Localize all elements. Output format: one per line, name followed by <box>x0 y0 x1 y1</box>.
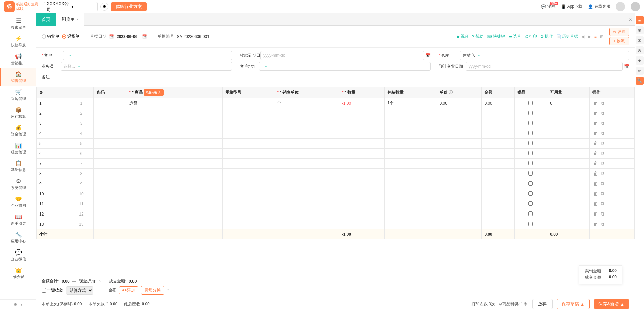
row-spec-7[interactable] <box>222 169 274 179</box>
row-barcode-4[interactable] <box>93 139 126 149</box>
row-delete-8[interactable]: 🗑 <box>592 181 599 187</box>
row-barcode-10[interactable] <box>93 199 126 209</box>
row-price-4[interactable] <box>437 139 482 149</box>
row-copy-6[interactable]: ⧉ <box>600 160 605 167</box>
sidebar-item-wechat[interactable]: 💬 企业微信 <box>0 246 36 264</box>
operation-btn[interactable]: ⚙ 操作 <box>540 34 553 39</box>
row-gift-2[interactable] <box>514 118 547 128</box>
row-packqty-3[interactable] <box>385 128 437 139</box>
row-product-2[interactable] <box>126 118 222 128</box>
row-price-11[interactable] <box>437 209 482 219</box>
row-spec-5[interactable] <box>222 149 274 159</box>
calendar-icon-expected[interactable]: 📅 <box>624 64 629 69</box>
row-qty-7[interactable] <box>339 169 384 179</box>
row-spec-3[interactable] <box>222 128 274 139</box>
row-amount-4[interactable] <box>482 139 514 149</box>
expense-split-btn[interactable]: 费用分摊 <box>141 286 164 295</box>
sidebar-item-operations[interactable]: 📊 经营管理 <box>0 140 36 157</box>
row-unit-9[interactable] <box>274 189 339 199</box>
sidebar-settings-icon[interactable]: ⚙ <box>14 302 17 307</box>
row-unit-2[interactable] <box>274 118 339 128</box>
row-product-1[interactable] <box>126 108 222 118</box>
row-packqty-7[interactable] <box>385 169 437 179</box>
row-product-0[interactable]: 拆货 <box>126 98 222 108</box>
row-copy-10[interactable]: ⧉ <box>600 201 605 207</box>
row-copy-12[interactable]: ⧉ <box>600 221 605 227</box>
row-barcode-5[interactable] <box>93 149 126 159</box>
grid-view-icon[interactable]: ⊞ <box>600 34 603 39</box>
row-amount-3[interactable] <box>482 128 514 139</box>
row-gift-0[interactable] <box>514 98 547 108</box>
row-qty-6[interactable] <box>339 159 384 169</box>
row-packqty-8[interactable] <box>385 179 437 189</box>
row-qty-3[interactable] <box>339 128 384 139</box>
row-delete-10[interactable]: 🗑 <box>592 201 599 207</box>
row-copy-0[interactable]: ⧉ <box>600 100 605 106</box>
row-unit-1[interactable] <box>274 108 339 118</box>
tab-sales[interactable]: 销货单 × <box>56 13 84 26</box>
row-gift-4[interactable] <box>514 139 547 149</box>
row-gift-12[interactable] <box>514 219 547 229</box>
row-unit-8[interactable] <box>274 179 339 189</box>
right-panel-btn-6[interactable]: ✏ <box>636 67 644 75</box>
row-amount-8[interactable] <box>482 179 514 189</box>
avatar[interactable] <box>616 2 625 11</box>
row-product-8[interactable] <box>126 179 222 189</box>
row-delete-2[interactable]: 🗑 <box>592 120 599 126</box>
warehouse-input[interactable]: 建材仓 ··· <box>460 51 629 60</box>
row-amount-12[interactable] <box>482 219 514 229</box>
row-amount-9[interactable] <box>482 189 514 199</box>
row-unit-0[interactable]: 个 <box>274 98 339 108</box>
help-btn[interactable]: ? 帮助 <box>472 34 483 39</box>
row-barcode-7[interactable] <box>93 169 126 179</box>
row-amount-7[interactable] <box>482 169 514 179</box>
row-packqty-2[interactable] <box>385 118 437 128</box>
row-copy-11[interactable]: ⧉ <box>600 211 605 217</box>
row-gift-6[interactable] <box>514 159 547 169</box>
row-delete-3[interactable]: 🗑 <box>592 130 599 136</box>
row-packqty-11[interactable] <box>385 209 437 219</box>
history-btn[interactable]: 📄 历史单据 <box>556 34 578 39</box>
calc-method-select[interactable]: 结算方式 <box>66 286 93 295</box>
row-amount-2[interactable] <box>482 118 514 128</box>
row-spec-0[interactable] <box>222 98 274 108</box>
one-click-payment-check[interactable]: 一键收款 <box>42 287 63 293</box>
save-new-btn[interactable]: 保存&新增 ▲ <box>594 299 629 309</box>
row-gift-5[interactable] <box>514 149 547 159</box>
row-spec-9[interactable] <box>222 189 274 199</box>
row-packqty-4[interactable] <box>385 139 437 149</box>
row-barcode-9[interactable] <box>93 189 126 199</box>
row-price-0[interactable]: 0.00 <box>437 98 482 108</box>
right-panel-btn-7[interactable]: 🔧 <box>636 77 644 85</box>
row-packqty-1[interactable] <box>385 108 437 118</box>
print-btn[interactable]: 🖨 打印 <box>524 34 537 39</box>
setting-btn[interactable]: ⊙ 设置 <box>609 28 629 36</box>
row-qty-11[interactable] <box>339 209 384 219</box>
row-unit-4[interactable] <box>274 139 339 149</box>
row-qty-9[interactable] <box>339 189 384 199</box>
row-product-11[interactable] <box>126 209 222 219</box>
row-delete-7[interactable]: 🗑 <box>592 170 599 177</box>
row-qty-10[interactable] <box>339 199 384 209</box>
row-delete-12[interactable]: 🗑 <box>592 221 599 227</box>
row-price-12[interactable] <box>437 219 482 229</box>
row-product-4[interactable] <box>126 139 222 149</box>
row-barcode-0[interactable] <box>93 98 126 108</box>
logistics-btn[interactable]: + 物流 <box>609 37 629 45</box>
tab-close-icon[interactable]: × <box>77 17 79 21</box>
salesperson-input[interactable]: 选择... ··· <box>61 62 232 71</box>
sidebar-item-search[interactable]: ☰ 搜索菜单 <box>0 15 36 33</box>
right-panel-btn-3[interactable]: ✉ <box>636 36 644 44</box>
sidebar-item-guide[interactable]: 📖 新手引导 <box>0 211 36 229</box>
row-delete-5[interactable]: 🗑 <box>592 150 599 156</box>
row-qty-1[interactable] <box>339 108 384 118</box>
row-gift-9[interactable] <box>514 189 547 199</box>
customer-input[interactable]: ··· <box>63 51 232 60</box>
row-product-9[interactable] <box>126 189 222 199</box>
payment-date-input[interactable]: yyyy-mm-dd <box>260 51 424 60</box>
video-btn[interactable]: ▶ 视频 <box>457 34 469 39</box>
discard-btn[interactable]: 放弃 <box>532 299 553 309</box>
row-product-7[interactable] <box>126 169 222 179</box>
row-qty-4[interactable] <box>339 139 384 149</box>
row-unit-10[interactable] <box>274 199 339 209</box>
